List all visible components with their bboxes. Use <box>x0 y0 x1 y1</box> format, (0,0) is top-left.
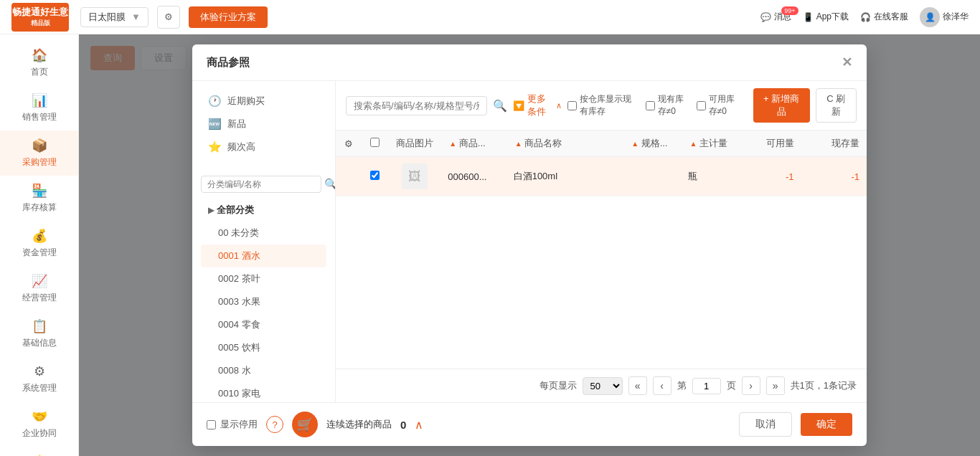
logo-subtitle: 精品版 <box>31 19 50 28</box>
col-name-header[interactable]: ▲ 商品名称 <box>507 130 623 157</box>
quick-new-products[interactable]: 🆕 新品 <box>201 113 326 136</box>
category-unclassified[interactable]: 00 未分类 <box>201 222 326 244</box>
settings-icon[interactable]: ⚙ <box>157 6 180 29</box>
warehouse-filter-label[interactable]: 按仓库显示现有库存 <box>567 93 640 118</box>
product-table: ⚙ 商品图片 ▲ 商品... <box>336 130 867 196</box>
nonzero-avail-label[interactable]: 可用库存≠0 <box>697 93 742 118</box>
product-search-icon[interactable]: 🔍 <box>493 99 507 113</box>
table-row[interactable]: 🖼 000600... 白酒100ml <box>336 157 867 196</box>
sidebar-item-finance[interactable]: 💰 资金管理 <box>0 221 78 266</box>
messages-badge: 99+ <box>781 6 798 15</box>
warehouse-filter-text: 按仓库显示现有库存 <box>580 93 640 118</box>
category-fruit[interactable]: 0003 水果 <box>201 290 326 313</box>
sidebar-item-operations[interactable]: 📈 经营管理 <box>0 266 78 311</box>
next-page-btn[interactable]: › <box>742 376 760 395</box>
col-spec-header[interactable]: ▲ 规格... <box>623 130 681 157</box>
show-disabled-label[interactable]: 显示停用 <box>207 418 258 431</box>
per-page-select[interactable]: 50 20 100 <box>583 377 623 395</box>
sidebar-system-label: 系统管理 <box>22 382 57 394</box>
help-button[interactable]: ? <box>266 416 283 433</box>
select-all-checkbox[interactable] <box>370 138 380 147</box>
row-checkbox-cell <box>362 157 389 196</box>
sidebar-item-sales[interactable]: 📊 销售管理 <box>0 85 78 130</box>
sidebar-item-home[interactable]: 🏠 首页 <box>0 40 78 85</box>
more-filters-btn[interactable]: 🔽 更多条件 ∧ <box>513 92 562 118</box>
star-icon: ⭐ <box>208 141 222 153</box>
col-avail-header: 可用量 <box>735 130 801 157</box>
last-page-btn[interactable]: » <box>766 376 785 395</box>
sidebar-item-procurement[interactable]: 📦 采购管理 <box>0 130 78 176</box>
category-search-icon[interactable]: 🔍 <box>324 178 336 191</box>
sort-up-icon3: ▲ <box>631 140 639 148</box>
sidebar-item-enterprise[interactable]: 🤝 企业协同 <box>0 402 78 447</box>
quick-recent-purchases[interactable]: 🕐 近期购买 <box>201 90 326 113</box>
continuous-count: 0 <box>400 419 406 431</box>
logo-title: 畅捷通好生意 <box>12 6 68 19</box>
product-search-input[interactable] <box>346 96 487 115</box>
modal-close-button[interactable]: ✕ <box>842 54 852 70</box>
sidebar-sales-label: 销售管理 <box>22 111 57 123</box>
refresh-button[interactable]: C 刷新 <box>816 88 857 123</box>
category-beverage[interactable]: 0005 饮料 <box>201 336 326 359</box>
sidebar-basic-info-label: 基础信息 <box>22 337 57 349</box>
high-freq-label: 频次高 <box>227 141 255 153</box>
row-code-cell: 000600... <box>440 157 506 196</box>
cancel-button[interactable]: 取消 <box>739 412 792 437</box>
procurement-icon: 📦 <box>32 138 47 153</box>
messages-item[interactable]: 💬 消息 99+ <box>760 11 791 23</box>
branch-selector[interactable]: 日太阳膜 ▼ <box>80 7 149 27</box>
online-service-item[interactable]: 🎧 在线客服 <box>860 11 908 23</box>
col-unit-header[interactable]: ▲ 主计量 <box>681 130 735 157</box>
category-snack[interactable]: 0004 零食 <box>201 313 326 336</box>
row-img-cell: 🖼 <box>388 157 440 196</box>
category-tea[interactable]: 0002 茶叶 <box>201 267 326 290</box>
cart-button[interactable]: 🛒 <box>292 412 318 437</box>
category-all-parent[interactable]: ▶ 全部分类 <box>201 199 326 222</box>
col-checkbox-header <box>362 130 389 157</box>
modal-title: 商品参照 <box>207 56 250 70</box>
show-disabled-checkbox[interactable] <box>207 420 216 429</box>
trial-button[interactable]: 体验行业方案 <box>189 6 268 28</box>
page-suffix: 页 <box>727 379 736 392</box>
main-layout: 🏠 首页 📊 销售管理 📦 采购管理 🏪 库存核算 💰 资金管理 📈 经营管理 … <box>0 34 980 456</box>
sidebar-item-basic-info[interactable]: 📋 基础信息 <box>0 311 78 356</box>
collapse-arrow-icon[interactable]: ∧ <box>415 418 423 432</box>
quick-high-freq[interactable]: ⭐ 频次高 <box>201 136 326 158</box>
avatar: 👤 <box>920 7 940 27</box>
sidebar-item-guide[interactable]: 🌟 新手引导 <box>0 447 78 456</box>
category-appliance[interactable]: 0010 家电 <box>201 382 326 402</box>
category-search-input[interactable] <box>201 176 321 193</box>
col-code-header[interactable]: ▲ 商品... <box>440 130 506 157</box>
user-item[interactable]: 👤 徐泽华 <box>920 7 969 27</box>
first-page-btn[interactable]: « <box>628 376 647 395</box>
sort-up-icon4: ▲ <box>689 140 697 148</box>
product-reference-modal: 商品参照 ✕ 🕐 近期购买 🆕 新品 <box>192 44 867 446</box>
pagination-bar: 每页显示 50 20 100 « ‹ 第 页 › » 共1页，1条记录 <box>336 369 867 402</box>
nonzero-stock-checkbox[interactable] <box>646 101 655 110</box>
nonzero-stock-label[interactable]: 现有库存≠0 <box>646 93 691 118</box>
nonzero-avail-checkbox[interactable] <box>697 101 706 110</box>
system-icon: ⚙ <box>34 364 45 379</box>
total-records-label: 共1页，1条记录 <box>791 379 857 392</box>
left-panel: 🕐 近期购买 🆕 新品 ⭐ 频次高 <box>192 81 336 402</box>
app-logo: 畅捷通好生意 精品版 <box>11 3 69 32</box>
row-checkbox[interactable] <box>370 171 380 180</box>
page-label: 第 <box>677 379 687 392</box>
right-toolbar: 🔍 🔽 更多条件 ∧ 按仓库显示现有库存 现有库存≠0 <box>336 81 867 130</box>
col-gear-header[interactable]: ⚙ <box>336 130 362 157</box>
app-download-item[interactable]: 📱 App下载 <box>803 11 849 23</box>
confirm-button[interactable]: 确定 <box>801 413 852 436</box>
help-icon: ? <box>272 419 277 430</box>
category-water[interactable]: 0008 水 <box>201 359 326 382</box>
sidebar-finance-label: 资金管理 <box>22 247 57 259</box>
phone-icon: 📱 <box>803 12 814 22</box>
add-product-button[interactable]: + 新增商品 <box>753 88 810 123</box>
page-number-input[interactable] <box>692 378 721 394</box>
category-liquor[interactable]: 0001 酒水 <box>201 244 326 267</box>
table-header: ⚙ 商品图片 ▲ 商品... <box>336 130 867 157</box>
warehouse-filter-checkbox[interactable] <box>567 101 577 110</box>
sidebar-item-system[interactable]: ⚙ 系统管理 <box>0 356 78 402</box>
sidebar-item-inventory[interactable]: 🏪 库存核算 <box>0 176 78 221</box>
quick-access-section: 🕐 近期购买 🆕 新品 ⭐ 频次高 <box>192 90 335 158</box>
prev-page-btn[interactable]: ‹ <box>653 376 672 395</box>
